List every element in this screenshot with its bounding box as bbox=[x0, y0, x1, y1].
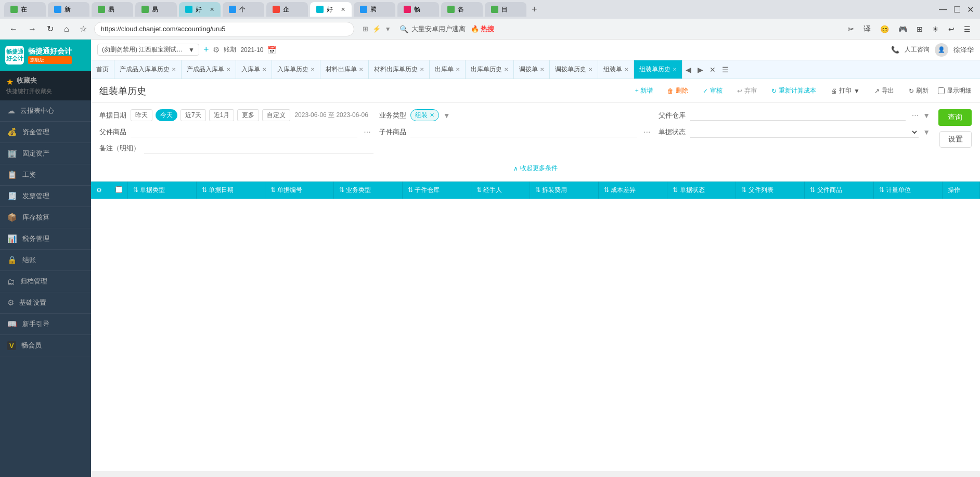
hot-search-label[interactable]: 🔥 热搜 bbox=[471, 24, 495, 34]
tab-out-hist[interactable]: 出库单历史 ✕ bbox=[466, 60, 514, 79]
select-all-checkbox[interactable] bbox=[115, 186, 122, 193]
parent-warehouse-dots[interactable]: ··· bbox=[912, 111, 919, 120]
export-button[interactable]: ↗ 导出 bbox=[869, 84, 899, 97]
sidebar-item-fixed-assets[interactable]: 🏢 固定资产 bbox=[0, 143, 91, 164]
tab-menu-btn[interactable]: ☰ bbox=[719, 66, 732, 74]
game-tool[interactable]: 🎮 bbox=[895, 24, 910, 34]
browser-tab-4[interactable]: 易 bbox=[135, 2, 177, 17]
tab-mat-out-hist[interactable]: 材料出库单历史 ✕ bbox=[369, 60, 430, 79]
tab-bundle-hist[interactable]: 组装单历史 ✕ bbox=[634, 60, 682, 79]
date-custom-btn[interactable]: 自定义 bbox=[262, 109, 290, 121]
menu-tool[interactable]: ☰ bbox=[961, 24, 974, 34]
th-settings[interactable]: ⚙ bbox=[91, 182, 110, 199]
tab-prod-in-hist[interactable]: 产成品入库单历史 ✕ bbox=[114, 60, 182, 79]
date-1month-btn[interactable]: 近1月 bbox=[209, 109, 235, 121]
child-goods-dots[interactable]: ··· bbox=[643, 127, 650, 137]
browser-tab-11[interactable]: 各 bbox=[441, 2, 483, 17]
maximize-button[interactable]: ☐ bbox=[951, 4, 963, 16]
th-bill-type[interactable]: ⇅ 单据类型 bbox=[127, 182, 196, 199]
browser-tab-8[interactable]: 好 ✕ bbox=[310, 2, 352, 17]
tab-scroll-left[interactable]: ◀ bbox=[682, 66, 694, 74]
th-bill-no[interactable]: ⇅ 单据编号 bbox=[265, 182, 333, 199]
tab-in-hist-close[interactable]: ✕ bbox=[311, 67, 315, 72]
child-goods-input[interactable] bbox=[410, 127, 637, 137]
sidebar-item-settings[interactable]: ⚙ 基础设置 bbox=[0, 292, 91, 314]
home-button[interactable]: ⌂ bbox=[61, 23, 72, 35]
print-button[interactable]: 🖨 打印 ▼ bbox=[826, 84, 865, 97]
browser-tab-1[interactable]: 在 bbox=[4, 2, 46, 17]
translate-tool[interactable]: 译 bbox=[860, 23, 874, 35]
browser-tab-6[interactable]: 个 bbox=[223, 2, 264, 17]
business-type-dropdown[interactable]: ▼ bbox=[443, 111, 450, 120]
date-yesterday-btn[interactable]: 昨天 bbox=[131, 109, 152, 121]
browser-tab-5[interactable]: 好 ✕ bbox=[179, 2, 221, 17]
th-bill-status[interactable]: ⇅ 单据状态 bbox=[667, 182, 736, 199]
tab-assembly[interactable]: 调拨单 ✕ bbox=[514, 60, 550, 79]
tab-close-5[interactable]: ✕ bbox=[210, 6, 214, 13]
tab-in-hist[interactable]: 入库单历史 ✕ bbox=[272, 60, 320, 79]
tab-bundle-hist-close[interactable]: ✕ bbox=[673, 67, 677, 72]
grid-tool[interactable]: ⊞ bbox=[913, 24, 926, 34]
tab-mat-out-close[interactable]: ✕ bbox=[359, 67, 363, 72]
support-label[interactable]: 人工咨询 bbox=[905, 45, 930, 54]
business-type-tag-close[interactable]: ✕ bbox=[430, 112, 434, 119]
sidebar-item-payroll[interactable]: 📋 工资 bbox=[0, 164, 91, 186]
date-today-btn[interactable]: 今天 bbox=[156, 109, 177, 121]
filter-settings-button[interactable]: 设置 bbox=[939, 131, 972, 148]
sidebar-item-inventory[interactable]: 📦 库存核算 bbox=[0, 207, 91, 228]
sidebar-item-cloud-report[interactable]: ☁ 云报表中心 bbox=[0, 100, 91, 122]
settings-gear-button[interactable]: ⚙ bbox=[213, 45, 220, 55]
tab-bundle-close[interactable]: ✕ bbox=[624, 67, 628, 72]
date-7days-btn[interactable]: 近7天 bbox=[180, 109, 206, 121]
delete-button[interactable]: 🗑 删除 bbox=[662, 84, 693, 97]
add-button[interactable]: + 新增 bbox=[630, 84, 658, 97]
tab-bundle[interactable]: 组装单 ✕ bbox=[598, 60, 634, 79]
tab-prod-in-hist-close[interactable]: ✕ bbox=[172, 67, 176, 72]
unapprove-button[interactable]: ↩ 弃审 bbox=[732, 84, 762, 97]
tab-out[interactable]: 出库单 ✕ bbox=[430, 60, 466, 79]
parent-goods-input[interactable] bbox=[131, 127, 357, 137]
parent-warehouse-input[interactable] bbox=[690, 110, 905, 121]
recalculate-button[interactable]: ↻ 重新计算成本 bbox=[766, 84, 821, 97]
emoji-tool[interactable]: 😊 bbox=[877, 24, 892, 34]
forward-button[interactable]: → bbox=[25, 23, 40, 35]
back-button[interactable]: ← bbox=[6, 23, 21, 35]
collapse-button[interactable]: ∧ 收起更多条件 bbox=[507, 162, 564, 175]
minimize-button[interactable]: — bbox=[937, 4, 949, 15]
tab-in-bill-close[interactable]: ✕ bbox=[262, 67, 266, 72]
horizontal-scrollbar[interactable] bbox=[91, 471, 980, 477]
bill-status-select[interactable] bbox=[690, 126, 919, 138]
browser-tab-3[interactable]: 易 bbox=[92, 2, 133, 17]
tab-assembly-hist-close[interactable]: ✕ bbox=[588, 67, 592, 72]
approve-button[interactable]: ✓ 审核 bbox=[698, 84, 728, 97]
tab-mat-out[interactable]: 材料出库单 ✕ bbox=[320, 60, 369, 79]
tab-mat-out-hist-close[interactable]: ✕ bbox=[420, 67, 424, 72]
sidebar-item-tax[interactable]: 📊 税务管理 bbox=[0, 228, 91, 250]
browser-tab-10[interactable]: 畅 bbox=[397, 2, 439, 17]
tab-out-close[interactable]: ✕ bbox=[456, 67, 460, 72]
tab-assembly-hist[interactable]: 调拨单历史 ✕ bbox=[550, 60, 598, 79]
th-biz-type[interactable]: ⇅ 业务类型 bbox=[333, 182, 402, 199]
add-company-button[interactable]: + bbox=[203, 44, 209, 55]
sidebar-item-closing[interactable]: 🔒 结账 bbox=[0, 250, 91, 271]
remarks-input[interactable] bbox=[144, 143, 373, 153]
company-selector[interactable]: (勿删勿禁用) 江西服宝测试专用 ▼ bbox=[97, 44, 199, 56]
dropdown-icon[interactable]: ▼ bbox=[385, 25, 391, 33]
th-bill-date[interactable]: ⇅ 单据日期 bbox=[196, 182, 265, 199]
tab-out-hist-close[interactable]: ✕ bbox=[504, 67, 508, 72]
calendar-icon[interactable]: 📅 bbox=[267, 46, 276, 54]
sidebar-item-membership[interactable]: V 畅会员 bbox=[0, 335, 91, 356]
th-checkbox[interactable] bbox=[110, 182, 127, 199]
browser-tab-2[interactable]: 新 bbox=[48, 2, 89, 17]
browser-tab-7[interactable]: 企 bbox=[266, 2, 308, 17]
address-input[interactable] bbox=[94, 22, 354, 36]
reload-button[interactable]: ↻ bbox=[44, 23, 57, 35]
tab-assembly-close[interactable]: ✕ bbox=[540, 67, 544, 72]
refresh-button[interactable]: ↻ 刷新 bbox=[904, 84, 934, 97]
th-disassembly-fee[interactable]: ⇅ 拆装费用 bbox=[530, 182, 598, 199]
th-unit[interactable]: ⇅ 计量单位 bbox=[873, 182, 942, 199]
parent-warehouse-arrow[interactable]: ▼ bbox=[923, 111, 930, 120]
tab-scroll-right[interactable]: ▶ bbox=[694, 66, 706, 74]
parent-goods-dots[interactable]: ··· bbox=[364, 127, 370, 137]
th-cost-diff[interactable]: ⇅ 成本差异 bbox=[599, 182, 667, 199]
